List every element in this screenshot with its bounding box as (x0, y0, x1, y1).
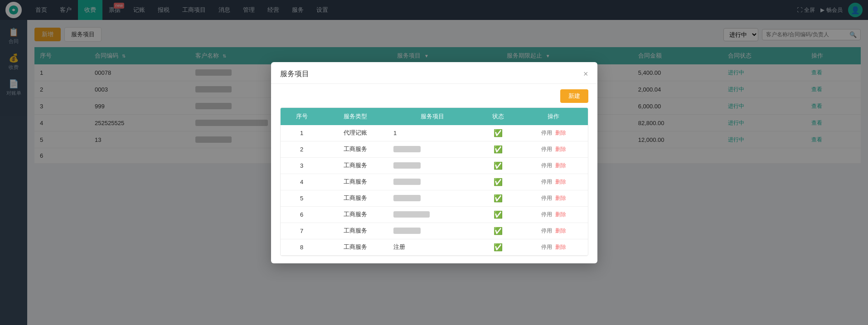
modal-table-row: 2 工商服务 ✅ 停用 删除 (281, 141, 588, 157)
modal-col-status: 状态 (477, 108, 519, 125)
modal-cell-item (388, 157, 477, 174)
modal-table-row: 8 工商服务 注册 ✅ 停用 删除 (281, 239, 588, 255)
modal-table-row: 6 工商服务 ✅ 停用 删除 (281, 206, 588, 223)
modal-new-button[interactable]: 新建 (560, 89, 588, 103)
modal-footer (271, 256, 597, 263)
modal-col-type: 服务类型 (323, 108, 388, 125)
cell-item-text: 注册 (393, 243, 405, 250)
modal-table-body: 1 代理记账 1 ✅ 停用 删除 2 工商服务 ✅ 停用 删除 3 工商服务 ✅… (281, 125, 588, 256)
modal-toolbar: 新建 (280, 89, 588, 103)
delete-button[interactable]: 删除 (555, 162, 566, 169)
modal-cell-action: 停用 删除 (519, 239, 587, 255)
modal-cell-type: 工商服务 (323, 141, 388, 157)
modal-cell-action: 停用 删除 (519, 223, 587, 239)
modal-table-row: 7 工商服务 ✅ 停用 删除 (281, 223, 588, 239)
modal-cell-item: 1 (388, 125, 477, 141)
cell-item-text: 1 (393, 130, 397, 136)
delete-button[interactable]: 删除 (555, 130, 566, 136)
delete-button[interactable]: 删除 (555, 244, 566, 250)
modal-cell-status: ✅ (477, 174, 519, 190)
modal-cell-type: 工商服务 (323, 206, 388, 223)
delete-button[interactable]: 删除 (555, 179, 566, 185)
modal-cell-seq: 6 (281, 206, 323, 223)
delete-button[interactable]: 删除 (555, 195, 566, 201)
item-blurred (393, 146, 421, 152)
modal-cell-status: ✅ (477, 141, 519, 157)
modal-table-wrap: 序号 服务类型 服务项目 状态 操作 1 代理记账 1 ✅ 停用 删除 2 工商… (280, 107, 588, 256)
modal-cell-item (388, 190, 477, 206)
modal-header: 服务项目 × (271, 62, 597, 84)
modal-col-item: 服务项目 (388, 108, 477, 125)
modal-cell-status: ✅ (477, 125, 519, 141)
modal-table-row: 1 代理记账 1 ✅ 停用 删除 (281, 125, 588, 141)
modal-col-action: 操作 (519, 108, 587, 125)
status-check-icon: ✅ (494, 129, 503, 137)
modal-cell-type: 工商服务 (323, 157, 388, 174)
stop-button[interactable]: 停用 (541, 244, 552, 250)
modal-cell-type: 工商服务 (323, 174, 388, 190)
modal-col-seq: 序号 (281, 108, 323, 125)
modal-cell-item (388, 206, 477, 223)
status-check-icon: ✅ (494, 211, 503, 218)
modal-table-row: 4 工商服务 ✅ 停用 删除 (281, 174, 588, 190)
modal-cell-item (388, 223, 477, 239)
modal-cell-item: 注册 (388, 239, 477, 255)
status-check-icon: ✅ (494, 178, 503, 186)
modal-cell-item (388, 174, 477, 190)
modal-cell-status: ✅ (477, 223, 519, 239)
modal-table-row: 3 工商服务 ✅ 停用 删除 (281, 157, 588, 174)
modal-cell-status: ✅ (477, 239, 519, 255)
modal-cell-seq: 5 (281, 190, 323, 206)
status-check-icon: ✅ (494, 146, 503, 153)
item-blurred (393, 195, 421, 201)
modal-cell-seq: 8 (281, 239, 323, 255)
modal-cell-type: 工商服务 (323, 223, 388, 239)
modal-cell-action: 停用 删除 (519, 141, 587, 157)
modal-cell-type: 工商服务 (323, 239, 388, 255)
modal-cell-status: ✅ (477, 206, 519, 223)
modal-cell-status: ✅ (477, 190, 519, 206)
stop-button[interactable]: 停用 (541, 162, 552, 169)
modal-cell-type: 工商服务 (323, 190, 388, 206)
status-check-icon: ✅ (494, 243, 503, 251)
service-items-modal: 服务项目 × 新建 序号 服务类型 服务项目 状态 操作 (271, 62, 597, 263)
delete-button[interactable]: 删除 (555, 146, 566, 152)
modal-cell-action: 停用 删除 (519, 157, 587, 174)
service-items-table: 序号 服务类型 服务项目 状态 操作 1 代理记账 1 ✅ 停用 删除 2 工商… (281, 108, 588, 256)
modal-cell-seq: 1 (281, 125, 323, 141)
item-blurred (393, 179, 421, 185)
stop-button[interactable]: 停用 (541, 130, 552, 136)
modal-overlay[interactable]: 服务项目 × 新建 序号 服务类型 服务项目 状态 操作 (0, 0, 868, 325)
modal-cell-type: 代理记账 (323, 125, 388, 141)
modal-cell-action: 停用 删除 (519, 190, 587, 206)
modal-cell-seq: 3 (281, 157, 323, 174)
stop-button[interactable]: 停用 (541, 228, 552, 234)
item-blurred (393, 162, 421, 169)
modal-cell-item (388, 141, 477, 157)
stop-button[interactable]: 停用 (541, 195, 552, 201)
status-check-icon: ✅ (494, 227, 503, 235)
modal-cell-action: 停用 删除 (519, 174, 587, 190)
stop-button[interactable]: 停用 (541, 179, 552, 185)
modal-table-row: 5 工商服务 ✅ 停用 删除 (281, 190, 588, 206)
modal-cell-status: ✅ (477, 157, 519, 174)
modal-cell-action: 停用 删除 (519, 206, 587, 223)
delete-button[interactable]: 删除 (555, 228, 566, 234)
stop-button[interactable]: 停用 (541, 146, 552, 152)
modal-title: 服务项目 (280, 69, 309, 79)
item-blurred (393, 211, 430, 218)
modal-body: 新建 序号 服务类型 服务项目 状态 操作 1 代理记账 (271, 84, 597, 256)
modal-close-button[interactable]: × (583, 70, 588, 78)
modal-cell-seq: 2 (281, 141, 323, 157)
status-check-icon: ✅ (494, 194, 503, 202)
stop-button[interactable]: 停用 (541, 211, 552, 218)
modal-cell-action: 停用 删除 (519, 125, 587, 141)
modal-cell-seq: 4 (281, 174, 323, 190)
modal-table-header-row: 序号 服务类型 服务项目 状态 操作 (281, 108, 588, 125)
status-check-icon: ✅ (494, 162, 503, 170)
item-blurred (393, 228, 421, 234)
modal-cell-seq: 7 (281, 223, 323, 239)
delete-button[interactable]: 删除 (555, 211, 566, 218)
